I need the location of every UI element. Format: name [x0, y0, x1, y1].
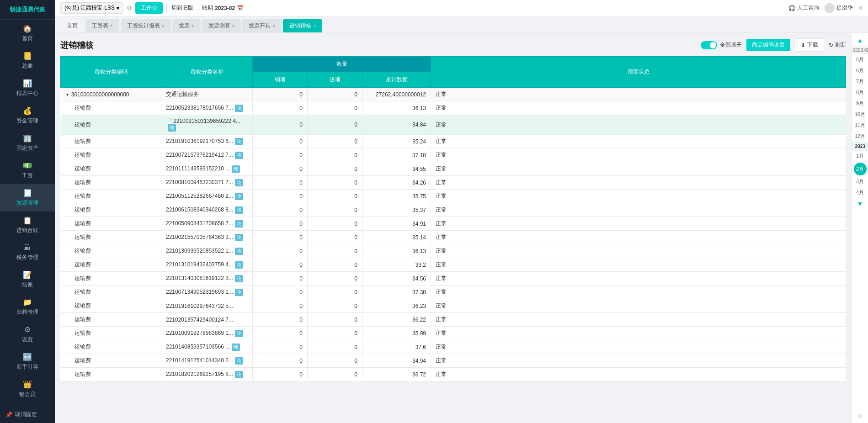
- calendar-down-arrow[interactable]: ▼: [855, 198, 865, 209]
- calendar-icon[interactable]: 📅: [237, 5, 244, 11]
- expand-toggle[interactable]: 全部展开: [701, 41, 742, 49]
- tab-close-payroll-stats[interactable]: ×: [162, 23, 165, 28]
- sidebar-item-tax-mgmt[interactable]: 🏛 税务管理: [0, 239, 55, 266]
- cell-invoice: 2210191610297643732 5...: [161, 299, 253, 313]
- calendar-month[interactable]: 4月: [854, 187, 867, 198]
- cell-name: 运输费: [61, 101, 161, 115]
- cell-name: 运输费: [61, 299, 161, 313]
- sidebar-item-ledger[interactable]: 📒 总账: [0, 47, 55, 74]
- sidebar-item-invoice-mgmt[interactable]: 🧾 发票管理: [0, 184, 55, 212]
- table-row[interactable]: 运输费 2210111143592152210 ...吨 0 0 34.55 正…: [61, 162, 846, 176]
- worktable-button[interactable]: 工作台: [135, 2, 163, 14]
- table-row[interactable]: 运输费 2210201357429400124 7... 0 0 36.22 正…: [61, 313, 846, 327]
- sidebar-item-home[interactable]: 🏠 首页: [0, 20, 55, 47]
- service-button[interactable]: 🎧 人工咨询: [788, 4, 819, 12]
- tab-invoice-open[interactable]: 发票开具×: [242, 19, 282, 32]
- period-value: 2023-02: [215, 5, 235, 11]
- cell-input: 0: [308, 190, 362, 203]
- table-row[interactable]: 运输费 2210182021269257195 8...吨 0 0 36.72 …: [61, 368, 846, 381]
- calendar-up-arrow[interactable]: ▲: [855, 35, 865, 46]
- table-row[interactable]: 运输费 2210100919278983869 1...吨 0 0 35.99 …: [61, 327, 846, 340]
- calendar-month[interactable]: 7月: [854, 76, 866, 87]
- sidebar-item-archive[interactable]: 📁 归档管理: [0, 293, 55, 321]
- calendar-month[interactable]: 1月: [854, 151, 867, 162]
- toggle-track[interactable]: [701, 41, 717, 49]
- tab-close-payroll[interactable]: ×: [110, 23, 113, 28]
- table-row[interactable]: 运输费 2210052338178017656 7...吨 0 0 36.13 …: [61, 101, 846, 115]
- cell-name: 运输费: [61, 244, 161, 258]
- table-row[interactable]: 运输费 2210051125282667480 2...吨 0 0 35.75 …: [61, 190, 846, 203]
- table-row[interactable]: 运输费 📄2210091503139659222 4...吨 0 0 34.84…: [61, 115, 846, 135]
- table-row[interactable]: 运输费 2210131403081619122 3...吨 0 0 34.56 …: [61, 272, 846, 286]
- cell-invoice: 2210111143592152210 ...吨: [161, 162, 253, 176]
- tab-payroll[interactable]: 工资表×: [85, 19, 119, 32]
- table-row[interactable]: 运输费 2210081009453230371 7...吨 0 0 34.26 …: [61, 176, 846, 190]
- tab-close-invoice[interactable]: ×: [192, 23, 194, 28]
- sidebar-item-capital[interactable]: 💰 资金管理: [0, 102, 55, 129]
- cell-sales: 0: [253, 190, 308, 203]
- company-selector[interactable]: (勾兑) 江西报宝-LSS ▾: [60, 2, 123, 14]
- tab-invoice[interactable]: 发票×: [172, 19, 201, 32]
- tab-jxsr[interactable]: 进销稽核×: [283, 19, 322, 32]
- switch-button[interactable]: 切到旧版: [166, 2, 198, 14]
- sidebar-item-label: 工资: [22, 172, 33, 180]
- table-row[interactable]: 运输费 2210191036192170753 6...吨 0 0 35.24 …: [61, 135, 846, 148]
- close-window-button[interactable]: ×: [858, 4, 863, 12]
- cell-input: 0: [308, 244, 362, 258]
- calendar-month[interactable]: 6月: [854, 65, 866, 76]
- calendar-month[interactable]: 11月: [854, 120, 866, 131]
- table-row[interactable]: 运输费 2210071349052319693 1...吨 0 0 37.38 …: [61, 286, 846, 299]
- download-button[interactable]: ⬇ 下载: [795, 38, 824, 52]
- cell-invoice: 2210140859357103566 ...吨: [161, 340, 253, 354]
- calendar-month[interactable]: 2月: [854, 163, 867, 175]
- tab-label: 发票开具: [249, 22, 271, 30]
- settings-button[interactable]: 商品编码设置: [746, 39, 790, 51]
- sidebar-item-member[interactable]: 👑 畅会员: [0, 375, 55, 403]
- sidebar-item-settings[interactable]: ⚙ 设置: [0, 321, 55, 348]
- calendar-month[interactable]: 3月: [854, 176, 867, 187]
- cell-sales: 0: [253, 162, 308, 176]
- table-row[interactable]: 运输费 2210191610297643732 5... 0 0 36.23 正…: [61, 299, 846, 313]
- tab-invoice-calc[interactable]: 发票测算×: [202, 19, 241, 32]
- table-row[interactable]: 运输费 2210021557035764363 3...吨 0 0 35.14 …: [61, 231, 846, 244]
- table-row[interactable]: 运输费 2210061508340340268 8...吨 0 0 35.37 …: [61, 203, 846, 217]
- table-row[interactable]: 运输费 2210130936520853522 1...吨 0 0 36.13 …: [61, 244, 846, 258]
- calendar-month[interactable]: 10月: [854, 109, 866, 120]
- tab-close-jxsr[interactable]: ×: [313, 23, 316, 28]
- table-row[interactable]: 运输费 2210140859357103566 ...吨 0 0 37.6 正常: [61, 340, 846, 354]
- copy-icon[interactable]: ⧉: [127, 4, 132, 12]
- sidebar-item-assets[interactable]: 🏢 固定资产: [0, 129, 55, 157]
- table-row[interactable]: 运输费 2210131019432403759 4...吨 0 0 33.2 正…: [61, 258, 846, 272]
- invoice-mgmt-icon: 🧾: [23, 189, 32, 197]
- unit-tag: 吨: [235, 330, 243, 337]
- tab-close-invoice-open[interactable]: ×: [272, 23, 275, 28]
- tab-home[interactable]: 首页: [60, 19, 84, 32]
- cell-sales: 0: [253, 88, 308, 101]
- app-name: 畅捷通易代账: [4, 5, 51, 14]
- unpin-button[interactable]: 📌 取消固定: [0, 406, 55, 423]
- table-row[interactable]: 运输费 2210050903431708658 7...吨 0 0 34.91 …: [61, 217, 846, 231]
- sidebar-expand-button[interactable]: ⊕: [856, 410, 865, 421]
- sidebar-item-guide[interactable]: 🆕 新手引导: [0, 348, 55, 375]
- table-row[interactable]: 运输费 2210072157376219412 7...吨 0 0 37.18 …: [61, 148, 846, 162]
- cell-status: 正常: [431, 299, 846, 313]
- table-row[interactable]: 运输费 2210141912541014340 2...吨 0 0 34.94 …: [61, 354, 846, 368]
- sidebar-item-settlement[interactable]: 📝 结账: [0, 266, 55, 293]
- calendar-month[interactable]: 8月: [854, 87, 866, 98]
- headset-icon: 🎧: [788, 5, 795, 11]
- calendar-month[interactable]: 5月: [854, 54, 866, 65]
- sidebar-item-label: 进销台账: [16, 227, 38, 234]
- user-info[interactable]: 徐澄华: [825, 3, 853, 13]
- calendar-month[interactable]: 9月: [854, 98, 866, 109]
- tab-payroll-stats[interactable]: 工资统计报表×: [121, 19, 171, 32]
- guide-icon: 🆕: [23, 353, 32, 361]
- calendar-month[interactable]: 12月: [854, 131, 866, 142]
- sidebar-item-trade-account[interactable]: 📋 进销台账: [0, 212, 55, 239]
- cell-name: 运输费: [61, 272, 161, 286]
- tab-close-invoice-calc[interactable]: ×: [232, 23, 235, 28]
- sidebar-item-reports[interactable]: 📊 报表中心: [0, 74, 55, 102]
- refresh-button[interactable]: ↻ 刷新: [829, 41, 846, 49]
- data-table-container: 税收分类编码 税收分类名称 数量 预警状态 销项 进项 累计数额: [60, 56, 846, 418]
- sidebar-item-salary[interactable]: 💵 工资: [0, 157, 55, 184]
- table-row[interactable]: ▼ 3010000000000000000 交通运输服务 0 0 27262.4…: [61, 88, 846, 101]
